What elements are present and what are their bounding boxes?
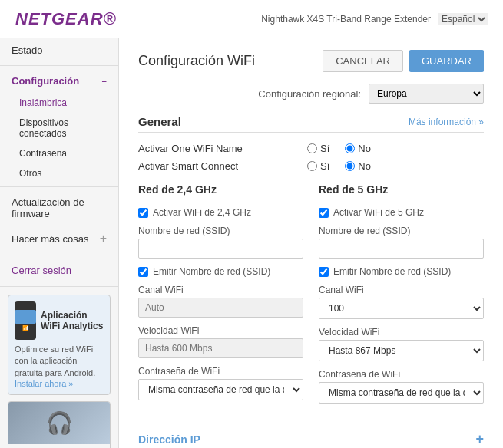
sidebar-item-dispositivos[interactable]: Dispositivos conectados bbox=[19, 113, 118, 143]
sidebar-logout[interactable]: Cerrar sesión bbox=[0, 259, 118, 282]
sidebar-item-actualizacion[interactable]: Actualización de firmware bbox=[0, 190, 118, 226]
general-section-header: General Más información » bbox=[138, 115, 484, 133]
one-wifi-radio-group: Sí No bbox=[307, 143, 371, 154]
layout: Estado Configuración − Inalámbrica Dispo… bbox=[0, 38, 503, 448]
band-5-emit-group: Emitir Nombre de red (SSID) bbox=[319, 266, 484, 277]
sidebar-item-configuracion[interactable]: Configuración − bbox=[0, 69, 118, 93]
band-24-ssid-label: Nombre de red (SSID) bbox=[138, 226, 303, 236]
device-name: Nighthawk X4S Tri-Band Range Extender bbox=[261, 14, 431, 25]
one-wifi-no-label[interactable]: No bbox=[345, 143, 371, 154]
smart-no-radio[interactable] bbox=[345, 161, 355, 171]
promo-help: 🎧 ¿Necesita ayuda? Envíe sus dudas a nue… bbox=[8, 401, 111, 448]
sidebar-item-inalambrica[interactable]: Inalámbrica bbox=[19, 93, 118, 113]
band-5-activate-checkbox[interactable] bbox=[319, 208, 329, 218]
configuracion-toggle: − bbox=[102, 77, 107, 86]
band-24-password-group: Contraseña de WiFi Misma contraseña de r… bbox=[138, 366, 303, 400]
band-24-channel-input[interactable] bbox=[138, 298, 303, 318]
band-5-ssid-group: Nombre de red (SSID) Bron_5GHz_5GEXT bbox=[319, 226, 484, 259]
band-5-password-label: Contraseña de WiFi bbox=[319, 369, 484, 380]
save-button[interactable]: GUARDAR bbox=[409, 50, 484, 72]
band-24-emit-label[interactable]: Emitir Nombre de red (SSID) bbox=[138, 266, 303, 277]
band-5-title: Red de 5 GHz bbox=[319, 183, 484, 199]
page-header: Configuración WiFi CANCELAR GUARDAR bbox=[138, 50, 484, 72]
smart-connect-row: Activar Smart Connect Sí No bbox=[138, 160, 484, 172]
band-5-section: Red de 5 GHz Activar WiFi de 5 GHz Nombr… bbox=[319, 183, 484, 411]
promo1-title: Aplicación WiFi Analytics bbox=[41, 310, 104, 331]
page-title: Configuración WiFi bbox=[138, 53, 255, 69]
smart-si-label[interactable]: Sí bbox=[307, 160, 329, 172]
one-wifi-name-row: Activar One WiFi Name Sí No bbox=[138, 143, 484, 154]
band-5-password-select[interactable]: Misma contraseña de red que la de la exi… bbox=[319, 382, 484, 404]
ip-title: Dirección IP bbox=[138, 433, 200, 446]
band-5-ssid-label: Nombre de red (SSID) bbox=[319, 226, 484, 236]
band-24-password-select[interactable]: Misma contraseña de red que la de la exi… bbox=[138, 379, 303, 400]
band-24-activate-checkbox[interactable] bbox=[138, 208, 148, 218]
header-right: Nighthawk X4S Tri-Band Range Extender Es… bbox=[261, 13, 488, 25]
sidebar: Estado Configuración − Inalámbrica Dispo… bbox=[0, 38, 119, 448]
band-24-speed-group: Velocidad WiFi bbox=[138, 325, 303, 358]
smart-connect-label: Activar Smart Connect bbox=[138, 160, 307, 172]
ip-expand-icon: + bbox=[475, 431, 484, 447]
sidebar-sub-menu: Inalámbrica Dispositivos conectados Cont… bbox=[0, 93, 118, 183]
sidebar-item-hacer[interactable]: Hacer más cosas + bbox=[0, 226, 118, 252]
band-24-ssid-group: Nombre de red (SSID) Bron_2GEXT bbox=[138, 226, 303, 259]
band-5-activate-group: Activar WiFi de 5 GHz bbox=[319, 207, 484, 218]
smart-si-radio[interactable] bbox=[307, 161, 317, 171]
sidebar-item-otros[interactable]: Otros bbox=[19, 163, 118, 183]
smart-connect-radio-group: Sí No bbox=[307, 160, 371, 172]
promo1-link[interactable]: Instalar ahora » bbox=[15, 379, 73, 388]
band-5-channel-select[interactable]: 100 bbox=[319, 298, 484, 319]
band-24-password-label: Contraseña de WiFi bbox=[138, 366, 303, 377]
one-wifi-no-radio[interactable] bbox=[345, 143, 355, 153]
band-24-channel-label: Canal WiFi bbox=[138, 285, 303, 295]
hacer-plus-icon: + bbox=[100, 232, 107, 245]
cancel-button[interactable]: CANCELAR bbox=[323, 50, 403, 72]
band-5-channel-group: Canal WiFi 100 bbox=[319, 285, 484, 319]
regional-config-row: Configuración regional: Europa América bbox=[138, 84, 484, 104]
band-5-activate-label[interactable]: Activar WiFi de 5 GHz bbox=[319, 207, 484, 218]
band-5-speed-group: Velocidad WiFi Hasta 867 Mbps bbox=[319, 327, 484, 361]
smart-no-label[interactable]: No bbox=[345, 160, 371, 172]
general-title: General bbox=[138, 115, 181, 128]
band-24-ssid-input[interactable]: Bron_2GEXT bbox=[138, 239, 303, 259]
band-5-ssid-input[interactable]: Bron_5GHz_5GEXT bbox=[319, 239, 484, 259]
band-24-activate-group: Activar WiFi de 2,4 GHz bbox=[138, 207, 303, 218]
netgear-logo: NETGEAR® bbox=[15, 9, 117, 29]
band-24-activate-label[interactable]: Activar WiFi de 2,4 GHz bbox=[138, 207, 303, 218]
band-5-password-group: Contraseña de WiFi Misma contraseña de r… bbox=[319, 369, 484, 404]
promo2-title: ¿Necesita ayuda? bbox=[8, 444, 110, 448]
band-24-emit-group: Emitir Nombre de red (SSID) bbox=[138, 266, 303, 277]
one-wifi-si-radio[interactable] bbox=[307, 143, 317, 153]
regional-label: Configuración regional: bbox=[258, 88, 361, 100]
analytics-phone-icon: 📶 bbox=[15, 301, 36, 340]
main-content: Configuración WiFi CANCELAR GUARDAR Conf… bbox=[119, 38, 503, 448]
header: NETGEAR® Nighthawk X4S Tri-Band Range Ex… bbox=[0, 0, 503, 38]
band-5-speed-label: Velocidad WiFi bbox=[319, 327, 484, 338]
promo2-image: 🎧 bbox=[8, 402, 110, 444]
band-5-speed-select[interactable]: Hasta 867 Mbps bbox=[319, 340, 484, 361]
regional-select[interactable]: Europa América bbox=[369, 84, 484, 104]
ip-section-header[interactable]: Dirección IP + bbox=[138, 431, 484, 447]
band-24-section: Red de 2,4 GHz Activar WiFi de 2,4 GHz N… bbox=[138, 183, 303, 411]
band-24-title: Red de 2,4 GHz bbox=[138, 183, 303, 199]
sidebar-item-contrasena[interactable]: Contraseña bbox=[19, 143, 118, 163]
band-5-emit-label[interactable]: Emitir Nombre de red (SSID) bbox=[319, 266, 484, 277]
one-wifi-si-label[interactable]: Sí bbox=[307, 143, 329, 154]
band-5-channel-label: Canal WiFi bbox=[319, 285, 484, 295]
promo-analytics: 📶 Aplicación WiFi Analytics Optimice su … bbox=[0, 286, 118, 448]
band-24-channel-group: Canal WiFi bbox=[138, 285, 303, 318]
general-more-info[interactable]: Más información » bbox=[409, 117, 484, 127]
one-wifi-label: Activar One WiFi Name bbox=[138, 143, 307, 154]
promo1-text: Optimice su red WiFi con la aplicación g… bbox=[15, 344, 104, 379]
band-24-emit-checkbox[interactable] bbox=[138, 267, 148, 277]
ip-section: Dirección IP + bbox=[138, 423, 484, 447]
band-24-speed-label: Velocidad WiFi bbox=[138, 325, 303, 336]
sidebar-item-estado[interactable]: Estado bbox=[0, 38, 118, 62]
headset-icon: 🎧 bbox=[46, 410, 73, 436]
band-24-speed-input[interactable] bbox=[138, 338, 303, 358]
bands-container: Red de 2,4 GHz Activar WiFi de 2,4 GHz N… bbox=[138, 183, 484, 411]
action-buttons: CANCELAR GUARDAR bbox=[323, 50, 484, 72]
language-select[interactable]: Español English bbox=[438, 13, 488, 25]
band-5-emit-checkbox[interactable] bbox=[319, 267, 329, 277]
